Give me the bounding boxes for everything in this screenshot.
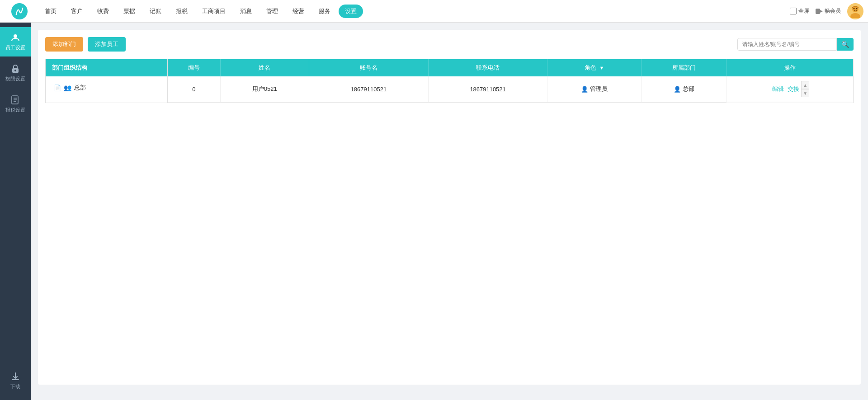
person-settings-icon [10,33,20,42]
transfer-link[interactable]: 交接 [788,85,799,93]
lock-icon [10,64,20,74]
content-card: 添加部门 添加员工 🔍 部门组织结构 📄 👥 [38,30,861,385]
nav-item-票据[interactable]: 票据 [117,5,142,18]
sidebar-label-permission: 权限设置 [5,75,25,82]
vip-button[interactable]: 畅会员 [816,7,841,15]
user-group-icon: 👥 [64,84,71,91]
table-body: 0 用户0521 18679110521 18679110521 👤 管理员 [168,76,853,102]
search-icon: 🔍 [841,41,849,48]
nav-items: 首页客户收费票据记账报税工商项目消息管理经营服务设置 [38,5,790,18]
nav-right: 全屏 畅会员 [790,3,863,19]
sidebar-label-download: 下载 [10,383,20,390]
cell-id: 0 [168,76,220,102]
search-box: 🔍 [737,38,854,51]
svg-point-5 [854,8,855,9]
dept-tree: 部门组织结构 📄 👥 总部 [45,59,167,103]
nav-item-经营[interactable]: 经营 [286,5,311,18]
scroll-up-button[interactable]: ▲ [801,81,809,89]
search-input[interactable] [737,38,837,51]
dept-badge: 👤 总部 [674,85,694,93]
cell-name: 用户0521 [220,76,309,102]
toolbar: 添加部门 添加员工 🔍 [45,37,854,52]
sidebar-item-employee-settings[interactable]: 员工设置 [0,27,31,56]
sidebar-item-permission-settings[interactable]: 权限设置 [0,58,31,88]
nav-item-设置[interactable]: 设置 [339,5,363,18]
sidebar-item-download[interactable]: 下载 [0,366,31,395]
dept-tree-item[interactable]: 📄 👥 总部 [50,81,163,94]
nav-item-服务[interactable]: 服务 [312,5,337,18]
nav-item-消息[interactable]: 消息 [234,5,258,18]
table-header: 编号 姓名 账号名 联系电话 角色 ▼ 所属部门 操作 [168,59,853,76]
row-scroll-buttons: ▲ ▼ [801,81,809,97]
video-icon [816,9,823,14]
download-icon [10,372,20,381]
dept-tree-body: 📄 👥 总部 [46,76,167,99]
col-actions: 操作 [726,59,853,76]
emp-table: 编号 姓名 账号名 联系电话 角色 ▼ 所属部门 操作 [168,59,853,103]
col-account: 账号名 [309,59,429,76]
add-emp-button[interactable]: 添加员工 [88,37,126,52]
sidebar-label-tax: 报税设置 [5,107,25,113]
search-button[interactable]: 🔍 [837,38,854,51]
svg-rect-1 [816,9,820,14]
nav-item-工商项目[interactable]: 工商项目 [196,5,232,18]
fullscreen-icon [790,8,797,14]
main-content: 添加部门 添加员工 🔍 部门组织结构 📄 👥 [31,23,868,400]
svg-marker-2 [820,10,823,13]
logo[interactable] [5,3,34,19]
svg-point-9 [14,70,16,71]
cell-dept: 👤 总部 [641,76,726,102]
nav-item-首页[interactable]: 首页 [38,5,63,18]
dept-user-icon: 👤 [674,86,681,93]
edit-link[interactable]: 编辑 [772,85,784,93]
svg-point-6 [856,8,858,9]
col-phone: 联系电话 [428,59,547,76]
scroll-down-button[interactable]: ▼ [801,89,809,97]
col-name: 姓名 [220,59,309,76]
svg-point-4 [850,13,860,18]
sidebar-item-tax-settings[interactable]: 报税设置 [0,89,31,119]
two-col-layout: 部门组织结构 📄 👥 总部 编号 [45,59,854,103]
filter-icon[interactable]: ▼ [599,65,604,71]
col-role: 角色 ▼ [547,59,642,76]
fullscreen-button[interactable]: 全屏 [790,7,809,15]
svg-rect-14 [12,379,19,380]
dept-label: 总部 [74,84,86,92]
sidebar-label-employee: 员工设置 [5,44,25,51]
svg-point-7 [14,34,17,38]
app-layout: 员工设置 权限设置 报税设置 [0,23,868,400]
role-badge: 👤 管理员 [581,85,608,93]
top-nav: 首页客户收费票据记账报税工商项目消息管理经营服务设置 全屏 畅会员 [0,0,868,23]
col-id: 编号 [168,59,220,76]
nav-item-记账[interactable]: 记账 [143,5,168,18]
nav-item-客户[interactable]: 客户 [65,5,89,18]
nav-item-报税[interactable]: 报税 [170,5,194,18]
table-row: 0 用户0521 18679110521 18679110521 👤 管理员 [168,76,853,102]
dept-tree-header: 部门组织结构 [46,59,167,76]
nav-item-管理[interactable]: 管理 [260,5,284,18]
nav-item-收费[interactable]: 收费 [91,5,115,18]
sidebar: 员工设置 权限设置 报税设置 [0,23,31,400]
emp-table-wrap: 编号 姓名 账号名 联系电话 角色 ▼ 所属部门 操作 [167,59,854,103]
col-dept: 所属部门 [641,59,726,76]
cell-phone: 18679110521 [428,76,547,102]
avatar[interactable] [847,3,863,19]
role-user-icon: 👤 [581,86,588,93]
cell-actions: 编辑 交接 ▲ ▼ [726,76,853,102]
tax-icon [10,95,20,105]
cell-account: 18679110521 [309,76,429,102]
file-icon: 📄 [54,85,61,91]
add-dept-button[interactable]: 添加部门 [45,37,83,52]
cell-role: 👤 管理员 [547,76,642,102]
